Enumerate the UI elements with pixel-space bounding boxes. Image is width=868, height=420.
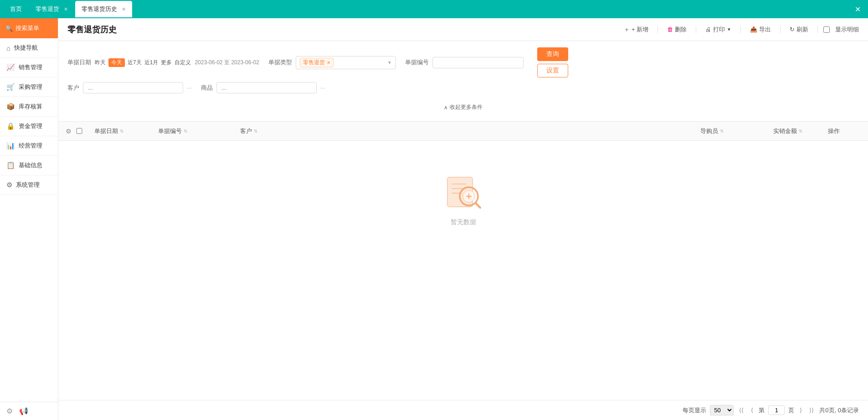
filter-number-label: 单据编号 xyxy=(405,58,429,67)
sidebar-item-operations[interactable]: 📊 经营管理 xyxy=(0,136,58,156)
divider-4 xyxy=(780,26,781,33)
search-icon: 🔍 xyxy=(5,25,13,32)
th-date[interactable]: 单据日期 ⇅ xyxy=(91,127,154,135)
th-number[interactable]: 单据编号 ⇅ xyxy=(154,127,236,135)
th-number-sort-icon: ⇅ xyxy=(184,128,187,133)
divider-1 xyxy=(657,26,658,33)
main-layout: 🔍 搜索菜单 ⌂ 快捷导航 📈 销售管理 🛒 采购管理 📦 库存核算 🔒 资金管… xyxy=(0,18,868,420)
th-customer[interactable]: 客户 ⇅ xyxy=(236,127,697,135)
filter-number-input[interactable] xyxy=(432,57,524,68)
date-option-1month[interactable]: 近1月 xyxy=(144,59,159,67)
th-amount[interactable]: 实销金额 ⇅ xyxy=(770,127,824,135)
tab-retail-return-label: 零售退货 xyxy=(36,5,59,13)
sidebar: 🔍 搜索菜单 ⌂ 快捷导航 📈 销售管理 🛒 采购管理 📦 库存核算 🔒 资金管… xyxy=(0,18,58,420)
delete-button[interactable]: 🗑 删除 xyxy=(663,24,690,36)
delete-button-label: 删除 xyxy=(675,26,687,34)
window-close-icon[interactable]: ✕ xyxy=(851,5,864,14)
operations-icon: 📊 xyxy=(6,142,15,150)
tab-retail-return[interactable]: 零售退货 ✕ xyxy=(29,1,74,17)
show-detail-checkbox[interactable] xyxy=(823,26,830,33)
th-guide[interactable]: 导购员 ⇅ xyxy=(697,127,770,135)
refresh-button[interactable]: ↻ 刷新 xyxy=(786,24,812,36)
pagination-prev-icon[interactable]: ⟨ xyxy=(749,407,755,414)
sales-icon: 📈 xyxy=(6,63,15,72)
refresh-button-label: 刷新 xyxy=(796,26,808,34)
sidebar-item-quicknav[interactable]: ⌂ 快捷导航 xyxy=(0,38,58,58)
sidebar-search[interactable]: 🔍 搜索菜单 xyxy=(0,18,58,38)
filter-date-options: 昨天 今天 近7天 近1月 更多 自定义 xyxy=(95,58,191,67)
type-dropdown-icon: ▼ xyxy=(387,60,392,65)
tab-retail-return-close[interactable]: ✕ xyxy=(64,6,68,12)
collapse-button[interactable]: ∧ 收起更多条件 xyxy=(444,102,483,113)
tab-home[interactable]: 首页 xyxy=(4,1,28,17)
filter-date-label: 单据日期 xyxy=(67,58,91,67)
pagination-last-icon[interactable]: ⟩⟩ xyxy=(807,407,816,414)
query-button[interactable]: 查询 xyxy=(537,47,568,61)
content-area: 零售退货历史 ＋ + 新增 🗑 删除 🖨 打印 ▼ xyxy=(58,18,868,420)
filter-area: 单据日期 昨天 今天 近7天 近1月 更多 自定义 2023-06-02 至 2… xyxy=(58,41,868,122)
pagination-page-input[interactable] xyxy=(768,405,785,415)
sidebar-item-inventory[interactable]: 📦 库存核算 xyxy=(0,97,58,117)
purchase-icon: 🛒 xyxy=(6,83,15,91)
sidebar-item-purchase[interactable]: 🛒 采购管理 xyxy=(0,77,58,97)
filter-date-item: 单据日期 昨天 今天 近7天 近1月 更多 自定义 2023-06-02 至 2… xyxy=(67,58,259,67)
empty-text: 暂无数据 xyxy=(451,218,476,226)
plus-icon: ＋ xyxy=(624,26,630,34)
filter-row-1: 单据日期 昨天 今天 近7天 近1月 更多 自定义 2023-06-02 至 2… xyxy=(67,47,859,77)
filter-type-tag: 零售退货 ✕ xyxy=(300,58,334,67)
page-size-select[interactable]: 50 10 20 100 xyxy=(710,405,734,415)
pagination-next-icon[interactable]: ⟩ xyxy=(798,407,804,414)
goods-more-icon[interactable]: ··· xyxy=(320,84,325,91)
svg-line-6 xyxy=(475,203,480,208)
new-button[interactable]: ＋ + 新增 xyxy=(620,24,652,36)
export-button-label: 导出 xyxy=(759,26,771,34)
sidebar-item-sales[interactable]: 📈 销售管理 xyxy=(0,58,58,77)
tab-retail-return-history-close[interactable]: ✕ xyxy=(122,6,126,12)
export-button[interactable]: 📤 导出 xyxy=(746,24,775,36)
table-settings-icon[interactable]: ⚙ xyxy=(66,128,72,135)
pagination: 每页显示 50 10 20 100 ⟨⟨ ⟨ 第 页 ⟩ ⟩⟩ 共0页, 0条记… xyxy=(58,400,868,420)
pagination-page-size-label: 每页显示 xyxy=(683,406,706,415)
query-buttons: 查询 设置 xyxy=(537,47,568,77)
filter-customer-input[interactable] xyxy=(83,82,183,93)
date-option-more[interactable]: 更多 xyxy=(161,59,172,67)
date-option-7days[interactable]: 近7天 xyxy=(128,59,142,67)
sidebar-item-system-label: 系统管理 xyxy=(16,181,40,189)
pagination-first-icon[interactable]: ⟨⟨ xyxy=(737,407,745,414)
select-all-checkbox[interactable] xyxy=(74,128,84,134)
sidebar-search-label: 搜索菜单 xyxy=(15,24,39,32)
header-actions: ＋ + 新增 🗑 删除 🖨 打印 ▼ 📤 导出 xyxy=(620,24,859,36)
filter-type-tag-close[interactable]: ✕ xyxy=(327,60,330,65)
pagination-total-info: 共0页, 0条记录 xyxy=(819,406,859,415)
sidebar-item-sales-label: 销售管理 xyxy=(19,63,42,72)
filter-type-select[interactable]: 零售退货 ✕ ▼ xyxy=(296,56,396,69)
settings-gear-icon[interactable]: ⚙ xyxy=(6,407,13,415)
sidebar-item-finance-label: 资金管理 xyxy=(19,122,42,130)
th-date-label: 单据日期 xyxy=(94,127,118,135)
date-option-custom[interactable]: 自定义 xyxy=(175,59,191,67)
sidebar-item-quicknav-label: 快捷导航 xyxy=(14,44,38,52)
filter-goods-input[interactable] xyxy=(216,82,317,93)
sidebar-item-system[interactable]: ⚙ 系统管理 xyxy=(0,175,58,195)
th-customer-label: 客户 xyxy=(240,127,252,135)
date-option-today[interactable]: 今天 xyxy=(108,58,125,67)
th-op: 操作 xyxy=(824,127,861,135)
customer-more-icon[interactable]: ··· xyxy=(187,84,192,91)
sidebar-item-finance[interactable]: 🔒 资金管理 xyxy=(0,117,58,136)
date-option-yesterday[interactable]: 昨天 xyxy=(95,59,106,67)
filter-type-value: 零售退货 xyxy=(303,59,325,67)
system-icon: ⚙ xyxy=(6,181,12,189)
sidebar-item-basicinfo[interactable]: 📋 基础信息 xyxy=(0,156,58,175)
divider-5 xyxy=(817,26,818,33)
speaker-icon[interactable]: 📢 xyxy=(19,407,28,415)
setting-button[interactable]: 设置 xyxy=(537,64,568,77)
tab-retail-return-history[interactable]: 零售退货历史 ✕ xyxy=(75,1,132,17)
sidebar-item-purchase-label: 采购管理 xyxy=(19,83,42,91)
filter-customer-label: 客户 xyxy=(67,84,79,92)
sidebar-item-inventory-label: 库存核算 xyxy=(19,102,42,111)
print-button[interactable]: 🖨 打印 ▼ xyxy=(702,24,735,36)
tab-home-label: 首页 xyxy=(10,5,22,13)
print-icon: 🖨 xyxy=(705,26,711,33)
trash-icon: 🗑 xyxy=(667,26,673,33)
th-amount-sort-icon: ⇅ xyxy=(799,128,802,133)
